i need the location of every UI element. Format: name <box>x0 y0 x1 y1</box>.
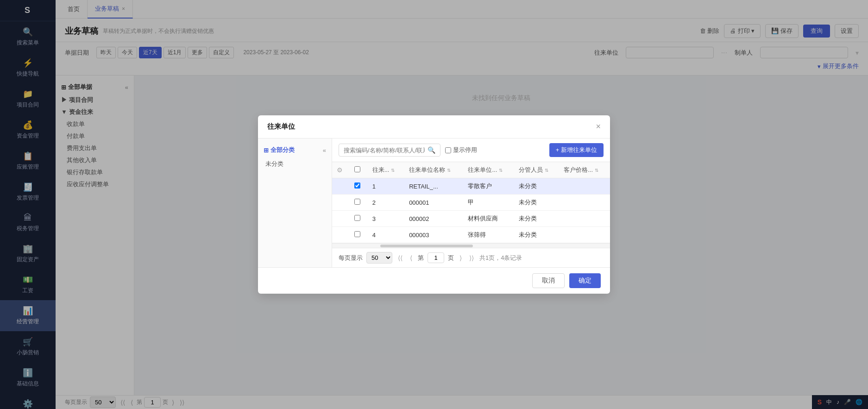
th-checkbox[interactable] <box>350 162 367 178</box>
dialog-search-input[interactable] <box>344 147 425 154</box>
dialog-sidebar-header: ⊞ 全部分类 « <box>258 143 332 157</box>
row4-manager <box>559 227 610 243</box>
sort-icon-name: ⇅ <box>447 168 451 173</box>
dialog-page-last-btn[interactable]: ⟩⟩ <box>467 253 476 263</box>
dialog-page-size-select[interactable]: 50 100 <box>366 252 392 264</box>
sort-icon-code: ⇅ <box>391 168 395 173</box>
dialog-page-next-btn[interactable]: ⟩ <box>458 253 464 263</box>
dialog-overlay: 往来单位 × ⊞ 全部分类 « 未分类 <box>0 0 868 409</box>
row4-settings <box>332 227 350 243</box>
row3-index: 3 <box>368 211 405 227</box>
dialog-sidebar-collapse[interactable]: « <box>323 147 326 154</box>
grid-icon-dialog: ⊞ <box>264 147 269 154</box>
dialog-sidebar-title: ⊞ 全部分类 <box>264 146 295 154</box>
dialog-page-input[interactable]: 1 <box>428 252 444 263</box>
dialog-search-box: 🔍 <box>339 144 440 157</box>
table-row[interactable]: 1 RETAIL_... 零散客户 未分类 <box>332 178 610 195</box>
row4-code: 000003 <box>404 227 463 243</box>
row1-index: 1 <box>368 178 405 195</box>
page-size-label: 每页显示 <box>339 254 363 262</box>
th-price-level[interactable]: 客户价格... ⇅ <box>559 162 610 178</box>
dialog-page-unit: 页 <box>448 254 454 262</box>
table-row[interactable]: 2 000001 甲 未分类 <box>332 195 610 211</box>
settings-col-icon: ⚙ <box>337 166 343 174</box>
scrollbar-thumb[interactable] <box>380 245 473 247</box>
row2-code: 000001 <box>404 195 463 211</box>
th-code[interactable]: 往来... ⇅ <box>368 162 405 178</box>
table-row[interactable]: 3 000002 材料供应商 未分类 <box>332 211 610 227</box>
sort-icon-category: ⇅ <box>499 168 503 173</box>
row2-settings <box>332 195 350 211</box>
table-header-row: ⚙ 往来... ⇅ 往来单位名称 ⇅ 往来单位... ⇅ 分管人员 ⇅ 客户价格… <box>332 162 610 178</box>
page-label-dialog: 第 <box>418 254 424 262</box>
th-manager[interactable]: 分管人员 ⇅ <box>514 162 559 178</box>
add-contact-button[interactable]: + 新增往来单位 <box>549 143 604 157</box>
th-category[interactable]: 往来单位... ⇅ <box>463 162 514 178</box>
row3-manager <box>559 211 610 227</box>
row4-index: 4 <box>368 227 405 243</box>
dialog-cancel-button[interactable]: 取消 <box>532 273 565 288</box>
row2-manager <box>559 195 610 211</box>
row1-settings <box>332 178 350 195</box>
show-disabled-checkbox[interactable] <box>445 147 451 153</box>
table-row[interactable]: 4 000003 张筛得 未分类 <box>332 227 610 243</box>
row3-checkbox[interactable] <box>350 211 367 227</box>
row2-index: 2 <box>368 195 405 211</box>
dialog-table-wrap: ⚙ 往来... ⇅ 往来单位名称 ⇅ 往来单位... ⇅ 分管人员 ⇅ 客户价格… <box>332 162 610 243</box>
sort-icon-manager: ⇅ <box>545 168 548 173</box>
th-name[interactable]: 往来单位名称 ⇅ <box>404 162 463 178</box>
dialog-page-total: 共1页，4条记录 <box>479 254 522 262</box>
row4-category: 未分类 <box>514 227 559 243</box>
dialog-pagination: 每页显示 50 100 ⟨⟨ ⟨ 第 1 页 ⟩ ⟩⟩ 共1页，4条记录 <box>332 248 610 267</box>
row2-category: 未分类 <box>514 195 559 211</box>
dialog-page-prev-btn[interactable]: ⟨ <box>408 253 414 263</box>
row1-checkbox[interactable] <box>350 178 367 195</box>
dialog-footer: 取消 确定 <box>258 267 610 294</box>
row1-code: RETAIL_... <box>404 178 463 195</box>
dialog-sidebar: ⊞ 全部分类 « 未分类 <box>258 138 332 267</box>
contact-dialog: 往来单位 × ⊞ 全部分类 « 未分类 <box>258 115 610 294</box>
dialog-toolbar: 🔍 显示停用 + 新增往来单位 <box>332 138 610 162</box>
sort-icon-price: ⇅ <box>595 168 598 173</box>
row3-settings <box>332 211 350 227</box>
search-icon[interactable]: 🔍 <box>428 146 435 154</box>
dialog-page-first-btn[interactable]: ⟨⟨ <box>396 253 404 263</box>
row3-name: 材料供应商 <box>463 211 514 227</box>
dialog-sidebar-unclassified[interactable]: 未分类 <box>258 157 332 171</box>
row2-name: 甲 <box>463 195 514 211</box>
dialog-header: 往来单位 × <box>258 115 610 138</box>
row4-name: 张筛得 <box>463 227 514 243</box>
row3-category: 未分类 <box>514 211 559 227</box>
dialog-title: 往来单位 <box>267 122 295 131</box>
dialog-body: ⊞ 全部分类 « 未分类 🔍 显示停用 <box>258 138 610 267</box>
dialog-close-button[interactable]: × <box>596 122 601 132</box>
row1-name: 零散客户 <box>463 178 514 195</box>
dialog-confirm-button[interactable]: 确定 <box>569 273 601 288</box>
row1-manager <box>559 178 610 195</box>
dialog-table: ⚙ 往来... ⇅ 往来单位名称 ⇅ 往来单位... ⇅ 分管人员 ⇅ 客户价格… <box>332 162 610 243</box>
dialog-horizontal-scrollbar[interactable] <box>332 243 610 248</box>
row1-category: 未分类 <box>514 178 559 195</box>
row2-checkbox[interactable] <box>350 195 367 211</box>
th-settings[interactable]: ⚙ <box>332 162 350 178</box>
dialog-main: 🔍 显示停用 + 新增往来单位 ⚙ <box>332 138 610 267</box>
show-disabled-label[interactable]: 显示停用 <box>445 146 477 154</box>
row4-checkbox[interactable] <box>350 227 367 243</box>
dialog-table-body: 1 RETAIL_... 零散客户 未分类 2 <box>332 178 610 243</box>
select-all-checkbox[interactable] <box>354 166 360 172</box>
row3-code: 000002 <box>404 211 463 227</box>
